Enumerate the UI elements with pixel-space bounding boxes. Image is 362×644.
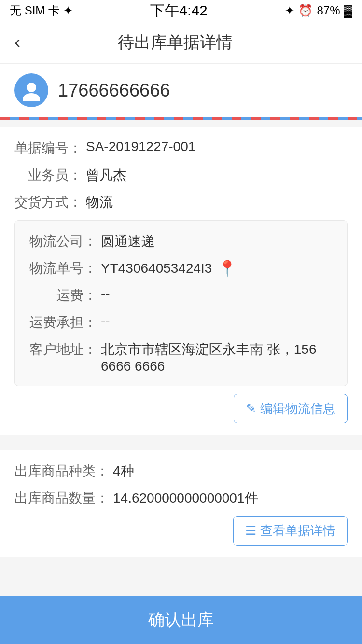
back-icon: ‹ <box>14 32 20 52</box>
address-value: 北京市市辖区海淀区永丰南 张，156 6666 6666 <box>97 340 333 374</box>
salesperson-value: 曾凡杰 <box>82 166 348 184</box>
tracking-row: 物流单号： YT43064053424I3 📍 <box>29 259 333 278</box>
goods-type-value: 4种 <box>109 462 348 480</box>
logistics-company-label: 物流公司： <box>29 232 97 251</box>
goods-quantity-label: 出库商品数量： <box>14 489 109 507</box>
doc-number-label: 单据编号： <box>14 139 82 157</box>
sim-text: 无 SIM 卡 ✦ <box>10 3 73 18</box>
map-pin-icon[interactable]: 📍 <box>218 259 237 278</box>
edit-logistics-label: 编辑物流信息 <box>260 400 335 417</box>
svg-point-1 <box>23 93 40 101</box>
tracking-number: YT43064053424I3 <box>101 261 212 276</box>
freight-bearer-label: 运费承担： <box>29 313 97 332</box>
nav-bar: ‹ 待出库单据详情 <box>0 21 362 64</box>
address-row: 客户地址： 北京市市辖区海淀区永丰南 张，156 6666 6666 <box>29 340 333 374</box>
goods-section: 出库商品种类： 4种 出库商品数量： 14.620000000000001件 ☰… <box>0 450 362 557</box>
freight-label: 运费： <box>29 286 97 305</box>
goods-type-row: 出库商品种类： 4种 <box>14 462 348 480</box>
status-time: 下午4:42 <box>150 1 207 21</box>
address-label: 客户地址： <box>29 340 97 359</box>
confirm-bar[interactable]: 确认出库 <box>0 596 362 644</box>
page-title: 待出库单据详情 <box>30 31 320 54</box>
section-divider <box>0 435 362 443</box>
order-info-section: 单据编号： SA-20191227-001 业务员： 曾凡杰 交货方式： 物流 … <box>0 127 362 435</box>
battery-text: 87% <box>317 4 340 17</box>
salesperson-label: 业务员： <box>14 166 82 184</box>
edit-icon: ✎ <box>246 401 256 416</box>
location-status-icon: ✦ <box>285 4 294 17</box>
tracking-label: 物流单号： <box>29 259 97 278</box>
goods-quantity-row: 出库商品数量： 14.620000000000001件 <box>14 489 348 507</box>
freight-bearer-row: 运费承担： -- <box>29 313 333 332</box>
status-bar: 无 SIM 卡 ✦ 下午4:42 ✦ ⏰ 87% ▓ <box>0 0 362 21</box>
doc-number-value: SA-20191227-001 <box>82 139 348 154</box>
edit-logistics-button[interactable]: ✎ 编辑物流信息 <box>234 394 348 423</box>
view-btn-row: ☰ 查看单据详情 <box>14 516 348 546</box>
status-left: 无 SIM 卡 ✦ <box>10 3 73 18</box>
battery-icon: ▓ <box>344 4 352 17</box>
tracking-value-container: YT43064053424I3 📍 <box>97 259 333 278</box>
view-details-button[interactable]: ☰ 查看单据详情 <box>233 516 348 546</box>
delivery-value: 物流 <box>82 193 348 211</box>
salesperson-row: 业务员： 曾凡杰 <box>14 166 348 184</box>
dashed-divider <box>0 117 362 120</box>
goods-quantity-value: 14.620000000000001件 <box>109 489 348 507</box>
edit-btn-row: ✎ 编辑物流信息 <box>14 394 348 423</box>
logistics-card: 物流公司： 圆通速递 物流单号： YT43064053424I3 📍 运费： -… <box>14 220 348 386</box>
logistics-company-value: 圆通速递 <box>97 232 333 251</box>
confirm-button-label: 确认出库 <box>148 609 214 631</box>
logistics-company-row: 物流公司： 圆通速递 <box>29 232 333 251</box>
customer-phone: 17666666666 <box>58 80 170 101</box>
delivery-row: 交货方式： 物流 <box>14 193 348 211</box>
view-details-label: 查看单据详情 <box>260 522 335 539</box>
customer-header: 17666666666 <box>0 64 362 117</box>
freight-value: -- <box>97 286 333 302</box>
freight-row: 运费： -- <box>29 286 333 305</box>
list-icon: ☰ <box>245 523 256 538</box>
goods-type-label: 出库商品种类： <box>14 462 109 480</box>
clock-icon: ⏰ <box>298 4 313 17</box>
status-right: ✦ ⏰ 87% ▓ <box>285 4 352 17</box>
doc-number-row: 单据编号： SA-20191227-001 <box>14 139 348 157</box>
avatar <box>14 73 48 107</box>
back-button[interactable]: ‹ <box>14 32 30 53</box>
freight-bearer-value: -- <box>97 313 333 329</box>
svg-point-0 <box>27 83 36 92</box>
avatar-icon <box>21 80 42 101</box>
delivery-label: 交货方式： <box>14 193 82 211</box>
